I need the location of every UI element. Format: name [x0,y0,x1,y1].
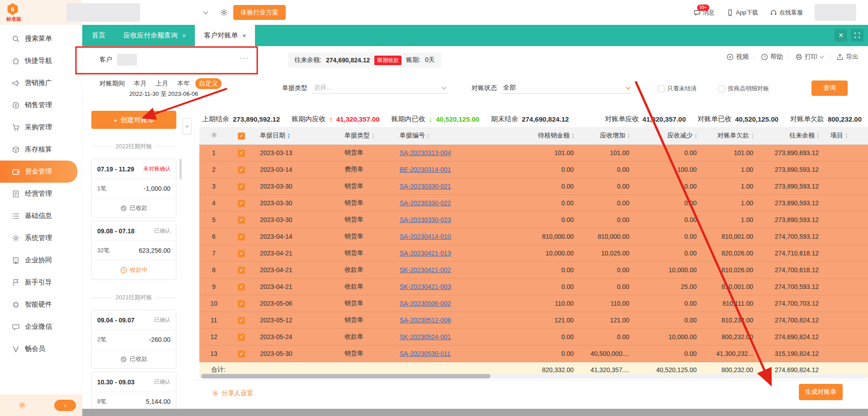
row-checkbox[interactable] [238,317,245,324]
sidebar-item-销售管理[interactable]: 销售管理 [0,94,82,116]
doc-number-link[interactable]: SA-20230512-008 [400,317,451,324]
by-product-detail-checkbox[interactable]: 按商品明细对账 [718,85,769,93]
table-row[interactable]: 1 2023-03-13 销货单 SA-20230313-004 101.00 … [199,145,868,161]
scrollbar-thumb[interactable] [201,374,491,378]
sidebar-item-快捷导航[interactable]: 快捷导航 [0,50,82,72]
row-checkbox[interactable] [238,183,245,190]
column-header-应收减少[interactable]: 应收减少▲▼ [636,127,703,145]
column-header-单据编号[interactable]: 单据编号▲▼ [394,127,523,145]
doc-number-link[interactable]: SA-20230330-021 [400,183,451,190]
redacted-customer-name[interactable] [117,54,137,66]
doc-number-link[interactable]: SA-20230414-010 [400,233,451,240]
only-unsettled-checkbox[interactable]: 只看未结清 [658,85,697,93]
table-row[interactable]: 2 2023-03-14 费用单 BE-20230314-001 0.00 0.… [199,161,868,178]
sidebar-item-新手引导[interactable]: 新手引导 [0,271,82,293]
row-checkbox[interactable] [238,250,245,257]
doc-number-link[interactable]: SK-20230421-003 [400,283,451,290]
doc-number-link[interactable]: SA-20230530-011 [400,350,451,357]
tab-客户对账单[interactable]: 客户对账单 × [195,25,255,46]
doc-number-link[interactable]: BE-20230314-001 [400,166,451,173]
reconcile-card[interactable]: 09.08 - 07.18 已确认 32笔 623,256.00 收款中 [91,221,176,280]
checkbox-icon[interactable] [658,85,665,92]
sidebar-collapse-button[interactable]: ‹ [54,400,76,411]
table-row[interactable]: 10 2023-05-06 销货单 SA-20230506-002 110.00… [199,295,868,312]
table-row[interactable]: 7 2023-04-21 销货单 SA-20230421-013 10,000.… [199,245,868,262]
experience-plan-button[interactable]: 体验行业方案 [233,5,286,20]
sidebar-item-畅会员[interactable]: 畅会员 [0,338,82,360]
table-row[interactable]: 13 2023-05-30 销货单 SA-20230530-011 0.00 4… [199,345,868,362]
print-button[interactable]: 打印 [789,53,830,61]
tab-close-icon[interactable]: × [182,32,186,39]
doc-number-link[interactable]: SK-20230524-001 [400,333,451,340]
table-settings-column[interactable] [199,127,228,145]
reconcile-card[interactable]: 07.19 - 11.29 未对账确认 1笔 -1,000.00 已收款 [91,159,176,218]
app-download-button[interactable]: App下载 [726,9,758,17]
table-settings-gear-icon[interactable] [211,132,217,138]
panel-collapse-button[interactable]: « [183,118,192,134]
table-row[interactable]: 4 2023-03-30 销货单 SA-20230330-022 0.00 0.… [199,195,868,212]
column-header-待核销金额[interactable]: 待核销金额▲▼ [523,127,580,145]
sidebar-item-经营管理[interactable]: 经营管理 [0,183,82,205]
period-option-自定义[interactable]: 自定义 [195,78,222,89]
row-checkbox[interactable] [238,233,245,241]
share-settings-button[interactable]: 分享人设置 [212,389,253,397]
table-row[interactable]: 9 2023-04-21 收款单 SK-20230421-003 0.00 0.… [199,279,868,295]
row-checkbox[interactable] [238,150,245,157]
column-header-往来余额[interactable]: 往来余额▲▼ [760,127,825,145]
export-button[interactable]: 导出 [830,53,864,61]
tab-close-icon[interactable]: × [242,32,246,39]
select-all-checkbox[interactable] [238,132,245,140]
doc-number-link[interactable]: SA-20230330-023 [400,216,451,223]
video-button[interactable]: 视频 [721,53,755,61]
table-row[interactable]: 11 2023-05-12 销货单 SA-20230512-008 121.00… [199,312,868,329]
tab-首页[interactable]: 首页 [83,25,114,46]
table-row[interactable]: 8 2023-04-21 收款单 SK-20230421-002 0.00 0.… [199,262,868,279]
chevron-down-icon[interactable] [203,10,209,15]
doc-number-link[interactable]: SA-20230313-004 [400,149,451,156]
row-checkbox[interactable] [238,217,245,224]
reconcile-card[interactable]: 09.04 - 09.07 已确认 2笔 -260.00 已收款 [91,310,176,369]
column-header-项目[interactable]: 项目▲▼ [825,127,868,145]
sidebar-item-资金管理[interactable]: 资金管理 [0,161,77,183]
row-checkbox[interactable] [238,267,245,274]
tab-应收应付余额查询[interactable]: 应收应付余额查询 × [114,25,195,46]
row-checkbox[interactable] [238,166,245,174]
settings-gear-icon[interactable] [220,8,228,17]
messages-button[interactable]: 99+ 消息 [693,9,715,17]
doc-number-link[interactable]: SA-20230421-013 [400,250,451,257]
sidebar-item-采购管理[interactable]: 采购管理 [0,116,82,138]
row-checkbox[interactable] [238,334,245,341]
period-option-本月[interactable]: 本月 [130,78,150,89]
row-checkbox[interactable] [238,284,245,291]
sidebar-item-营销推广[interactable]: 营销推广 [0,72,82,94]
column-header-单据类型[interactable]: 单据类型▲▼ [339,127,394,145]
column-header-对账单欠款[interactable]: 对账单欠款▲▼ [703,127,760,145]
horizontal-scrollbar[interactable] [199,374,867,378]
column-header-应收增加[interactable]: 应收增加▲▼ [580,127,636,145]
sidebar-item-基础信息[interactable]: 基础信息 [0,205,82,227]
date-range-value[interactable]: 2022-11-30 至 2023-06-06 [129,90,222,98]
sidebar-item-搜索菜单[interactable]: 搜索菜单 [0,28,82,50]
sidebar-item-系统管理[interactable]: 系统管理 [0,227,82,249]
sidebar-item-企业微信[interactable]: 企业微信 [0,316,82,338]
doc-number-link[interactable]: SA-20230330-022 [400,199,451,207]
row-checkbox[interactable] [238,350,245,358]
doc-type-select[interactable]: 选择... [312,82,448,94]
fullscreen-icon[interactable] [851,29,863,42]
period-option-上月[interactable]: 上月 [152,78,172,89]
doc-number-link[interactable]: SA-20230506-002 [400,300,451,307]
customer-more-button[interactable]: ... [240,52,249,61]
column-header-单据日期[interactable]: 单据日期▲▼ [255,127,339,145]
sidebar-item-企业协同[interactable]: 企业协同 [0,249,82,271]
help-button[interactable]: ? 帮助 [755,53,789,61]
checkbox-icon[interactable] [718,85,725,92]
status-select[interactable]: 全部 [501,82,632,94]
panel-scrollbar-thumb[interactable] [179,159,182,180]
row-checkbox[interactable] [238,300,245,307]
table-row[interactable]: 6 2023-04-14 销货单 SA-20230414-010 810,000… [199,228,868,245]
row-checkbox[interactable] [238,200,245,207]
period-option-本年[interactable]: 本年 [174,78,193,89]
close-all-tabs-icon[interactable]: ✕ [835,29,847,42]
table-row[interactable]: 12 2023-05-24 收款单 SK-20230524-001 0.00 0… [199,329,868,345]
online-service-button[interactable]: 在线客服 [770,9,803,17]
